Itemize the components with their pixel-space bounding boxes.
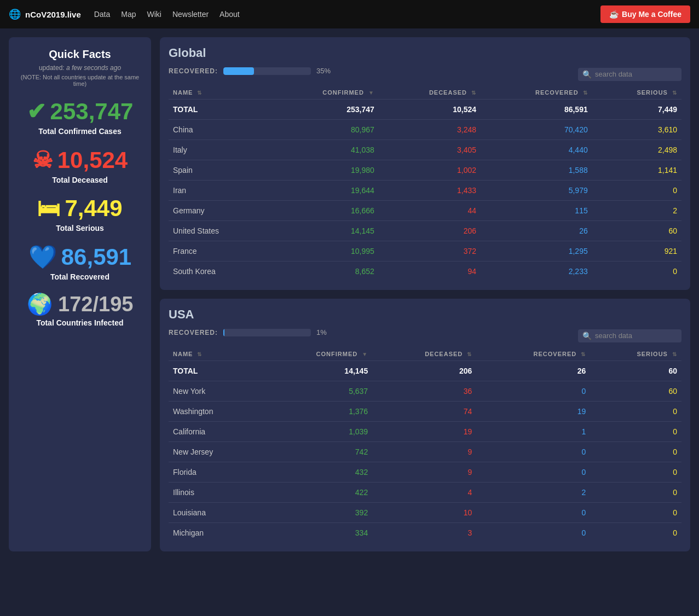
cell-serious: 3,610 [592, 120, 681, 140]
cell-deceased: 74 [372, 402, 476, 422]
nav-links: Data Map Wiki Newsletter About [94, 9, 600, 19]
cell-recovered: 2,233 [481, 261, 592, 282]
cell-deceased: 3,405 [379, 140, 481, 160]
cell-name: Germany [169, 201, 268, 221]
buy-coffee-label: Buy Me a Coffee [622, 10, 681, 19]
col-deceased[interactable]: DECEASED ⇅ [379, 86, 481, 100]
stat-countries: 🌍 172/195 Total Countries Infected [18, 292, 142, 327]
table-row: Louisiana3921000 [169, 503, 681, 523]
usa-recovery-bar-row: RECOVERED: 1% [169, 328, 327, 336]
cell-deceased: 1,433 [379, 181, 481, 201]
global-title: Global [169, 46, 681, 60]
deceased-number: ☠ 10,524 [18, 147, 142, 173]
stat-confirmed: ✔ 253,747 Total Confirmed Cases [18, 98, 142, 136]
nav-wiki[interactable]: Wiki [147, 10, 161, 19]
table-row: TOTAL253,74710,52486,5917,449 [169, 100, 681, 120]
global-table-body: TOTAL253,74710,52486,5917,449China80,967… [169, 100, 681, 282]
site-logo[interactable]: 🌐 nCoV2019.live [9, 8, 81, 20]
cell-serious: 0 [590, 402, 681, 422]
global-search-icon: 🔍 [582, 70, 592, 79]
cell-recovered: 5,979 [481, 181, 592, 201]
cell-deceased: 206 [372, 361, 476, 381]
cell-name: Louisiana [169, 503, 259, 523]
cell-recovered: 0 [476, 523, 590, 543]
cell-serious: 7,449 [592, 100, 681, 120]
countries-number: 🌍 172/195 [18, 292, 142, 316]
table-row: California1,0391910 [169, 422, 681, 442]
nav-about[interactable]: About [219, 10, 240, 19]
stat-serious: 🛏 7,449 Total Serious [18, 195, 142, 233]
table-row: Iran19,6441,4335,9790 [169, 181, 681, 201]
cell-deceased: 94 [379, 261, 481, 282]
global-table-header: NAME ⇅ CONFIRMED ▼ DECEASED ⇅ RECOVERED … [169, 86, 681, 100]
cell-deceased: 10 [372, 503, 476, 523]
global-panel: Global RECOVERED: 35% 🔍 NAME ⇅ [160, 37, 690, 290]
nav-data[interactable]: Data [94, 10, 111, 19]
col-confirmed[interactable]: CONFIRMED ▼ [268, 86, 379, 100]
heart-icon: 💙 [28, 243, 57, 270]
usa-recovery-pct: 1% [316, 328, 327, 336]
usa-table: NAME ⇅ CONFIRMED ▼ DECEASED ⇅ RECOVERED … [169, 347, 681, 543]
table-row: New Jersey742900 [169, 442, 681, 462]
global-search-input[interactable] [595, 70, 677, 78]
confirmed-label: Total Confirmed Cases [18, 127, 142, 136]
cell-name: Michigan [169, 523, 259, 543]
cell-recovered: 115 [481, 201, 592, 221]
col-serious[interactable]: SERIOUS ⇅ [592, 86, 681, 100]
col-recovered[interactable]: RECOVERED ⇅ [481, 86, 592, 100]
cell-recovered: 70,420 [481, 120, 592, 140]
col-name[interactable]: NAME ⇅ [169, 86, 268, 100]
cell-confirmed: 14,145 [259, 361, 372, 381]
cell-serious: 0 [592, 261, 681, 282]
global-recovery-pct: 35% [316, 67, 331, 75]
usa-col-confirmed[interactable]: CONFIRMED ▼ [259, 347, 372, 361]
cell-name: Florida [169, 462, 259, 483]
cell-confirmed: 334 [259, 523, 372, 543]
site-name: nCoV2019.live [25, 10, 81, 19]
cell-recovered: 0 [476, 442, 590, 462]
cell-name: France [169, 241, 268, 261]
usa-col-name[interactable]: NAME ⇅ [169, 347, 259, 361]
cell-name: TOTAL [169, 361, 259, 381]
global-search-box[interactable]: 🔍 [578, 68, 681, 81]
global-progress-fill [223, 67, 254, 75]
cell-confirmed: 422 [259, 483, 372, 503]
usa-table-body: TOTAL14,1452062660New York5,63736060Wash… [169, 361, 681, 543]
usa-progress-fill [223, 329, 224, 336]
cell-confirmed: 80,967 [268, 120, 379, 140]
cell-serious: 0 [590, 422, 681, 442]
confirmed-check-icon: ✔ [27, 98, 46, 125]
usa-col-serious[interactable]: SERIOUS ⇅ [590, 347, 681, 361]
cell-recovered: 26 [476, 361, 590, 381]
cell-recovered: 2 [476, 483, 590, 503]
table-row: Spain19,9801,0021,5881,141 [169, 160, 681, 181]
usa-search-box[interactable]: 🔍 [578, 329, 681, 342]
data-panels: Global RECOVERED: 35% 🔍 NAME ⇅ [160, 37, 690, 551]
cell-confirmed: 742 [259, 442, 372, 462]
cell-recovered: 86,591 [481, 100, 592, 120]
cell-confirmed: 1,376 [259, 402, 372, 422]
cell-name: Washington [169, 402, 259, 422]
usa-col-deceased[interactable]: DECEASED ⇅ [372, 347, 476, 361]
table-row: TOTAL14,1452062660 [169, 361, 681, 381]
cell-serious: 60 [590, 381, 681, 402]
buy-coffee-button[interactable]: ☕ Buy Me a Coffee [600, 5, 690, 23]
cell-name: South Korea [169, 261, 268, 282]
cell-deceased: 44 [379, 201, 481, 221]
cell-confirmed: 14,145 [268, 221, 379, 241]
cell-name: TOTAL [169, 100, 268, 120]
nav-map[interactable]: Map [121, 10, 136, 19]
usa-search-input[interactable] [595, 332, 677, 340]
nav-newsletter[interactable]: Newsletter [172, 10, 209, 19]
cell-recovered: 1,588 [481, 160, 592, 181]
usa-progress-bar [223, 329, 311, 336]
cell-recovered: 4,440 [481, 140, 592, 160]
table-row: Washington1,37674190 [169, 402, 681, 422]
cell-serious: 2 [592, 201, 681, 221]
table-row: Italy41,0383,4054,4402,498 [169, 140, 681, 160]
usa-col-recovered[interactable]: RECOVERED ⇅ [476, 347, 590, 361]
table-row: Michigan334300 [169, 523, 681, 543]
skull-icon: ☠ [32, 147, 53, 173]
cell-deceased: 9 [372, 462, 476, 483]
cell-recovered: 26 [481, 221, 592, 241]
